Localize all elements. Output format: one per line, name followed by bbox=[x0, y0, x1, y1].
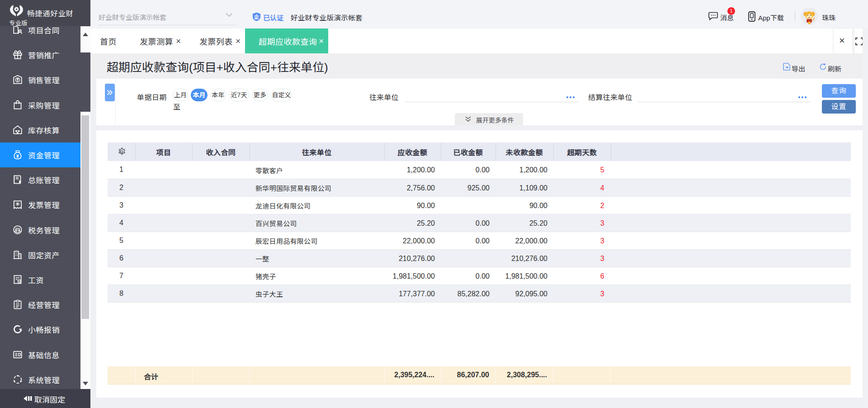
svg-text:企: 企 bbox=[254, 14, 259, 19]
